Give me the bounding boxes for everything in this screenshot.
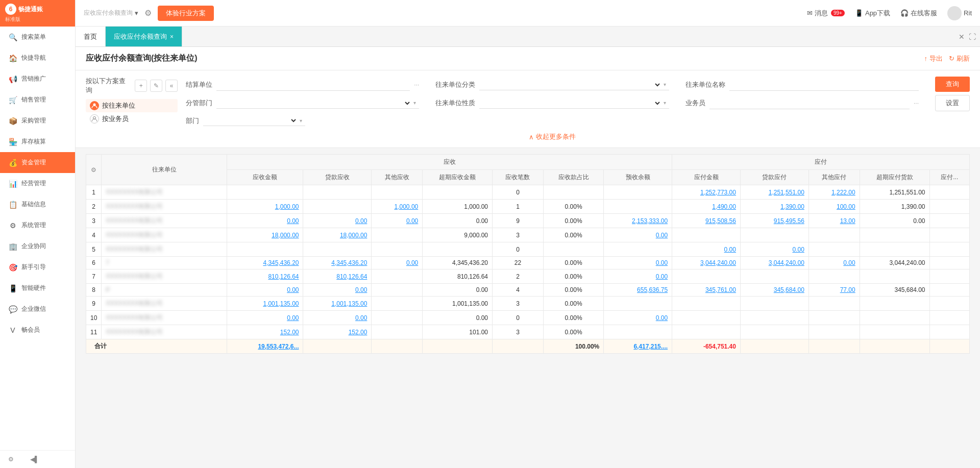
message-badge: 99+ <box>831 10 845 16</box>
settlement-unit-more-icon[interactable]: ··· <box>414 81 419 88</box>
edit-scheme-btn[interactable]: ✎ <box>150 80 162 92</box>
unit-name-input[interactable] <box>729 79 919 91</box>
total-row: 合计 19,553,472,6... 100.00% 6,417,215....… <box>86 339 970 354</box>
hardware-icon: 📱 <box>8 284 17 292</box>
sidebar-item-business[interactable]: 📊 经营管理 <box>0 173 75 194</box>
guide-icon: 🎯 <box>8 263 17 272</box>
topbar-gear-icon[interactable]: ⚙ <box>144 8 152 18</box>
th-ar-prepaid: 预收余额 <box>604 170 672 185</box>
dept-select[interactable] <box>206 116 298 125</box>
sidebar-item-search[interactable]: 🔍 搜索菜单 <box>0 27 75 47</box>
th-partner: 往来单位 <box>102 155 227 185</box>
total-ar-ratio: 100.00% <box>543 339 603 354</box>
sidebar-item-enterprise[interactable]: 🏢 企业协同 <box>0 236 75 257</box>
th-ar-ratio: 应收款占比 <box>543 170 603 185</box>
th-ap-overdue: 超期应付货款 <box>860 170 929 185</box>
table-row: 674,345,436.204,345,436.200.004,345,436.… <box>86 257 970 269</box>
logo-sub: 标准版 <box>5 16 43 23</box>
sidebar-item-quicknav[interactable]: 🏠 快捷导航 <box>0 47 75 68</box>
tab-close-all-icon[interactable]: ✕ <box>959 33 965 41</box>
total-ap-loan <box>740 339 808 354</box>
main-content: 应收应付余额查询 ▾ ⚙ 体验行业方案 ✉ 消息 99+ 📱 App下载 🎧 在… <box>76 0 980 468</box>
settings-icon: ⚙ <box>8 456 14 463</box>
option-by-unit[interactable]: 按往来单位 <box>86 99 178 112</box>
sidebar-item-wechat[interactable]: 💬 企业微信 <box>0 299 75 319</box>
option-by-staff[interactable]: 按业务员 <box>86 112 178 126</box>
dept-manager-select[interactable] <box>219 99 411 107</box>
th-settings[interactable]: ⚙ <box>86 155 102 185</box>
sidebar-item-inventory[interactable]: 🏪 库存核算 <box>0 131 75 152</box>
sidebar-item-guide[interactable]: 🎯 新手引导 <box>0 257 75 278</box>
logo-name: 畅捷通账 <box>18 5 43 14</box>
dept-label: 部门 <box>186 116 199 126</box>
table-row: 7XXXXXXXX有限公司810,126.64810,126.64810,126… <box>86 269 970 284</box>
logo-icon: 6 <box>5 4 16 15</box>
tab-ar-ap[interactable]: 应收应付余额查询 × <box>106 27 182 46</box>
total-ar-amount[interactable]: 19,553,472,6... <box>227 339 303 354</box>
app-icon: 📱 <box>855 9 863 17</box>
topbar-right: ✉ 消息 99+ 📱 App下载 🎧 在线客服 Rit <box>807 6 972 20</box>
unit-category-select[interactable] <box>482 81 661 89</box>
wechat-icon: 💬 <box>8 305 17 313</box>
messages-btn[interactable]: ✉ 消息 99+ <box>807 9 845 18</box>
purchase-icon: 📦 <box>8 117 17 125</box>
add-scheme-btn[interactable]: + <box>135 80 147 92</box>
sidebar-item-system[interactable]: ⚙ 系统管理 <box>0 215 75 236</box>
table-area: ⚙ 往来单位 应收 应付 应收金额 贷款应收 其他应收 超期应收金额 应收笔数 … <box>76 148 980 468</box>
refresh-btn[interactable]: ↻ 刷新 <box>949 54 970 63</box>
sidebar-item-sales[interactable]: 🛒 销售管理 <box>0 89 75 110</box>
settlement-unit-input[interactable] <box>216 79 410 91</box>
th-ar-group: 应收 <box>227 155 672 170</box>
dept-manager-arrow-icon: ▾ <box>413 100 416 106</box>
refresh-icon: ↻ <box>949 55 954 62</box>
unit-nature-select[interactable] <box>482 99 661 107</box>
tab-close-icon[interactable]: × <box>170 33 174 40</box>
finance-icon: 💰 <box>8 159 17 167</box>
total-ar-count <box>493 339 544 354</box>
sidebar-item-finance[interactable]: 💰 资金管理 <box>0 152 75 173</box>
th-ar-count: 应收笔数 <box>493 170 544 185</box>
total-ar-overdue <box>423 339 493 354</box>
sidebar-item-member[interactable]: V 畅会员 <box>0 319 75 340</box>
tab-maximize-icon[interactable]: ⛶ <box>969 33 976 41</box>
column-settings-icon[interactable]: ⚙ <box>91 166 96 174</box>
export-btn[interactable]: ↑ 导出 <box>924 54 943 63</box>
home-icon: 🏠 <box>8 54 17 62</box>
sidebar-settings-btn[interactable]: ⚙ <box>0 451 22 468</box>
total-ap-amount: -654,751.40 <box>672 339 741 354</box>
query-btn[interactable]: 查询 <box>935 77 970 92</box>
sidebar-item-marketing[interactable]: 📢 营销推广 <box>0 68 75 89</box>
sidebar-item-purchase[interactable]: 📦 采购管理 <box>0 110 75 131</box>
sidebar-item-basic[interactable]: 📋 基础信息 <box>0 194 75 215</box>
search-area: 按以下方案查询 + ✎ « 按往来单位 <box>76 70 980 148</box>
salesperson-input[interactable] <box>709 97 910 109</box>
service-icon: 🎧 <box>900 9 909 17</box>
collapse-btn[interactable]: ∧ 收起更多条件 <box>178 132 927 141</box>
total-ar-prepaid[interactable]: 6,417,215.... <box>604 339 672 354</box>
set-btn[interactable]: 设置 <box>935 95 970 111</box>
breadcrumb-dropdown-icon[interactable]: ▾ <box>135 9 138 17</box>
user-avatar <box>947 6 962 20</box>
search-right: 结算单位 ··· 往来单位分类 ▾ 往来单位名称 <box>178 77 927 141</box>
collapse-scheme-btn[interactable]: « <box>165 80 178 92</box>
unit-category-label: 往来单位分类 <box>435 80 475 89</box>
sidebar-collapse-btn[interactable]: ◀▌ <box>22 451 47 468</box>
online-service-btn[interactable]: 🎧 在线客服 <box>900 9 937 18</box>
app-download-btn[interactable]: 📱 App下载 <box>855 9 890 18</box>
topbar-breadcrumb: 应收应付余额查询 ▾ <box>84 9 138 17</box>
collapse-icon: ∧ <box>529 133 534 141</box>
total-ap-overdue <box>860 339 929 354</box>
tab-home[interactable]: 首页 <box>76 27 106 46</box>
sidebar-item-hardware[interactable]: 📱 智能硬件 <box>0 278 75 299</box>
enterprise-icon: 🏢 <box>8 242 17 251</box>
table-row: 11XXXXXXXX有限公司152.00152.00101.0030.00% <box>86 325 970 339</box>
logo: 6 畅捷通账 标准版 <box>0 0 75 27</box>
inventory-icon: 🏪 <box>8 138 17 146</box>
user-profile[interactable]: Rit <box>947 6 972 20</box>
system-icon: ⚙ <box>8 221 17 230</box>
th-ap-other: 其他应付 <box>808 170 860 185</box>
salesperson-more-icon[interactable]: ··· <box>914 100 919 107</box>
industry-solution-btn[interactable]: 体验行业方案 <box>158 6 214 21</box>
search-actions: 查询 设置 <box>935 77 970 111</box>
member-icon: V <box>8 326 17 334</box>
